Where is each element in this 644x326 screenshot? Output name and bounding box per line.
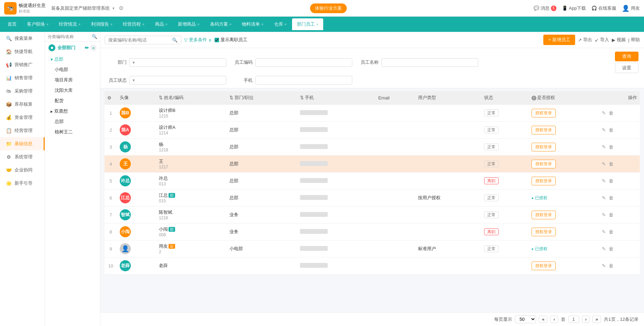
message-item[interactable]: 💬 消息 5 [534, 5, 556, 11]
edit-btn[interactable]: ✎ [602, 229, 606, 235]
dept-tree-shuangluxiang[interactable]: ▸ 双鹿想 [45, 106, 100, 116]
auth-button[interactable]: 授权登录 [532, 109, 556, 117]
delete-btn[interactable]: 🗑 [609, 110, 614, 116]
dept-tree-general[interactable]: ▾ 总部 [45, 54, 100, 64]
delete-btn[interactable]: 🗑 [609, 178, 614, 184]
sidebar-item-inventory[interactable]: 📦 库存核算 [0, 98, 45, 111]
auth-button[interactable]: 授权登录 [532, 177, 556, 185]
sidebar-item-guide[interactable]: 🌟 新手引导 [0, 177, 45, 190]
add-employee-button[interactable]: + 新增员工 [543, 35, 575, 45]
dept-tree-project[interactable]: 项目库房 [45, 75, 100, 85]
user-avatar-item[interactable]: 👤 用友 [622, 5, 640, 12]
tab-close-icon[interactable]: × [197, 22, 199, 26]
show-resigned-input[interactable] [215, 38, 219, 42]
th-phone[interactable]: ⇅ 手机 [297, 91, 376, 105]
tab-close-icon[interactable]: × [316, 22, 318, 26]
tab-goods[interactable]: 商品 × [150, 18, 172, 30]
online-service-item[interactable]: 🎧 在线客服 [591, 5, 616, 11]
collapse-dept-icon[interactable]: « [90, 45, 97, 51]
filter-phone-input[interactable] [255, 76, 352, 85]
auth-button[interactable]: 授权登录 [532, 126, 556, 134]
sidebar-item-nav[interactable]: 🏠 快捷导航 [0, 45, 45, 58]
app-download-item[interactable]: 📱 App下载 [562, 5, 586, 11]
tab-customer[interactable]: 客户联络 × [22, 18, 53, 30]
dept-search-input[interactable] [48, 34, 90, 39]
dept-tree-zhishu[interactable]: 植树王二 [45, 127, 100, 137]
tab-history[interactable]: 经营历程 × [118, 18, 149, 30]
edit-btn[interactable]: ✎ [602, 246, 606, 252]
tab-warehouse[interactable]: 仓库 × [269, 18, 291, 30]
auth-button[interactable]: 授权登录 [532, 160, 556, 168]
dept-tree-electronics[interactable]: 小电部 [45, 64, 100, 75]
delete-btn[interactable]: 🗑 [609, 263, 614, 268]
filter-emp-name-input[interactable] [381, 58, 478, 67]
edit-btn[interactable]: ✎ [602, 178, 606, 184]
export-button[interactable]: ↗ 导出 [578, 37, 592, 43]
sidebar-item-basic[interactable]: 📁 基础信息 [0, 137, 45, 150]
tab-close-icon[interactable]: × [78, 22, 80, 26]
delete-btn[interactable]: 🗑 [609, 246, 614, 252]
sidebar-item-collab[interactable]: 🤝 企业协同 [0, 164, 45, 177]
dept-tree-zongbu[interactable]: 总部 [45, 116, 100, 127]
search-input[interactable] [108, 37, 171, 43]
auth-button[interactable]: 授权登录 [532, 228, 556, 236]
auth-button[interactable]: 授权登录 [532, 262, 556, 270]
sidebar-item-operation[interactable]: 📋 经营管理 [0, 124, 45, 137]
filter-emp-code-input[interactable] [255, 58, 352, 67]
edit-btn[interactable]: ✎ [602, 161, 606, 167]
last-page-btn[interactable]: » [592, 316, 601, 323]
import-button[interactable]: ↙ 导入 [595, 37, 609, 43]
delete-btn[interactable]: 🗑 [609, 212, 614, 218]
tab-bom[interactable]: 物料清单 × [237, 18, 268, 30]
system-dropdown-icon[interactable]: ▾ [112, 6, 115, 11]
tab-dept-staff[interactable]: 部门员工 × [292, 18, 323, 30]
settings-icon[interactable]: ⚙ [119, 5, 124, 11]
th-setting[interactable]: ⚙ [105, 91, 117, 105]
auth-button[interactable]: 授权登录 [532, 211, 556, 219]
delete-btn[interactable]: 🗑 [609, 229, 614, 235]
prev-page-btn[interactable]: ‹ [550, 316, 558, 323]
tab-business[interactable]: 经营情况 × [54, 18, 85, 30]
sidebar-item-purchase[interactable]: 🛍 采购管理 [0, 85, 45, 98]
query-button[interactable]: 查询 [615, 52, 638, 61]
edit-btn[interactable]: ✎ [602, 212, 606, 218]
sidebar-item-marketing[interactable]: 📢 营销推广 [0, 58, 45, 71]
th-name[interactable]: ⇅ 姓名/编码 [156, 91, 227, 105]
edit-btn[interactable]: ✎ [602, 263, 606, 268]
tab-barcode[interactable]: 条码方案 × [205, 18, 236, 30]
filter-dept-select[interactable] [129, 58, 226, 67]
delete-btn[interactable]: 🗑 [609, 127, 614, 133]
dept-tree-shenyang[interactable]: 沈阳大库 [45, 85, 100, 96]
delete-btn[interactable]: 🗑 [609, 144, 614, 150]
tab-close-icon[interactable]: × [142, 22, 144, 26]
tab-add-goods[interactable]: 新增商品 × [173, 18, 204, 30]
dept-tree-distribution[interactable]: 配货 [45, 96, 100, 106]
page-size-select[interactable]: 50 100 [515, 315, 536, 323]
th-dept[interactable]: ⇅ 部门/职位 [227, 91, 297, 105]
tab-close-icon[interactable]: × [110, 22, 112, 26]
tab-close-icon[interactable]: × [284, 22, 287, 26]
auth-button[interactable]: 授权登录 [532, 143, 556, 151]
edit-dept-icon[interactable]: ✏ [85, 45, 89, 51]
dept-all-btn[interactable]: ■ 全部部门 ✏ « [45, 42, 100, 54]
edit-btn[interactable]: ✎ [602, 144, 606, 150]
sidebar-item-search[interactable]: 🔍 搜索菜单 [0, 32, 45, 45]
show-resigned-checkbox[interactable]: 显示离职员工 [215, 37, 247, 43]
next-page-btn[interactable]: › [582, 316, 590, 323]
delete-btn[interactable]: 🗑 [609, 195, 614, 201]
edit-btn[interactable]: ✎ [602, 195, 606, 201]
setting-button[interactable]: 设置 [615, 63, 638, 73]
filter-emp-status-select[interactable] [129, 76, 226, 85]
edit-btn[interactable]: ✎ [602, 127, 606, 133]
tab-profit[interactable]: 利润报告 × [86, 18, 117, 30]
view-button[interactable]: ▶ 视频 [612, 37, 626, 43]
help-button[interactable]: | 帮助 [628, 37, 640, 43]
tab-close-icon[interactable]: × [261, 22, 263, 26]
tab-home[interactable]: 首页 [3, 18, 21, 30]
delete-btn[interactable]: 🗑 [609, 161, 614, 167]
sidebar-item-sales[interactable]: 📊 销售管理 [0, 71, 45, 85]
sidebar-item-system[interactable]: ⚙ 系统管理 [0, 150, 45, 164]
more-filter-btn[interactable]: ▽ 更多条件 ∧ [184, 37, 212, 43]
tab-close-icon[interactable]: × [46, 22, 48, 26]
trial-button[interactable]: 体验行业方案 [310, 3, 347, 13]
